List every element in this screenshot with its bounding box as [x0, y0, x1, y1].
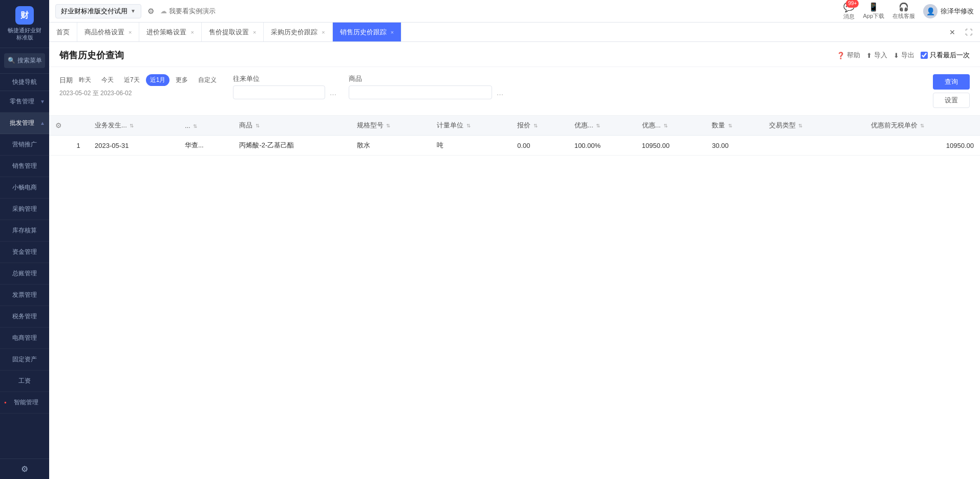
export-link[interactable]: ⬇ 导出	[893, 51, 914, 60]
sidebar-item-ecommerce-small[interactable]: 小畅电商	[0, 177, 49, 199]
search-menu-button[interactable]: 🔍 搜索菜单	[4, 53, 45, 68]
help-link[interactable]: ❓ 帮助	[837, 51, 860, 60]
version-select[interactable]: 好业财标准版交付试用 ▼	[55, 4, 141, 18]
only-last-checkbox[interactable]: 只看最后一次	[921, 51, 970, 60]
date-yesterday-btn[interactable]: 昨天	[75, 74, 95, 86]
username: 徐泽华修改	[941, 7, 974, 16]
tab-purchase-history-close[interactable]: ×	[322, 29, 325, 35]
tab-purchase-strategy-label: 进价策略设置	[146, 28, 186, 37]
col-price-label: 报价	[517, 121, 530, 129]
partner-input[interactable]	[233, 85, 325, 99]
date-today-btn[interactable]: 今天	[97, 74, 118, 86]
date-more-btn[interactable]: 更多	[172, 74, 192, 86]
sidebar-item-ecommerce-small-label: 小畅电商	[4, 183, 45, 192]
table-body: 1 2023-05-31 华查... 丙烯酸-2-乙基己酯 散水 吨 0.00 …	[49, 136, 980, 156]
tab-purchase-history[interactable]: 采购历史价跟踪 ×	[264, 23, 332, 42]
col-spec[interactable]: 规格型号 ⇅	[351, 116, 431, 136]
col-extra-label: ...	[185, 122, 190, 129]
partner-more-icon[interactable]: …	[329, 89, 336, 97]
sidebar-item-sales[interactable]: 销售管理	[0, 156, 49, 177]
sidebar-item-wholesale[interactable]: 批发管理 ▲	[0, 113, 49, 134]
sort-pretax-icon: ⇅	[920, 123, 924, 128]
message-badge: 99+	[846, 0, 859, 8]
table-gear-icon[interactable]: ⚙	[55, 121, 62, 129]
col-pretax-price[interactable]: 优惠前无税单价 ⇅	[865, 116, 980, 136]
tab-home[interactable]: 首页	[49, 23, 77, 42]
sidebar-item-accounting[interactable]: 总账管理	[0, 263, 49, 285]
sort-discount1-icon: ⇅	[596, 123, 600, 128]
sort-qty-icon: ⇅	[728, 123, 732, 128]
sort-spec-icon: ⇅	[386, 123, 390, 128]
sidebar-item-purchase-label: 采购管理	[4, 205, 45, 213]
sidebar-item-marketing[interactable]: 营销推广	[0, 134, 49, 156]
date-last7-btn[interactable]: 近7天	[120, 74, 144, 86]
tab-product-price-close[interactable]: ×	[129, 29, 132, 35]
sidebar-item-ecommerce[interactable]: 电商管理	[0, 328, 49, 349]
message-button[interactable]: 💬 99+ 消息	[843, 2, 855, 20]
settings-gear-icon[interactable]: ⚙	[21, 465, 28, 473]
col-price[interactable]: 报价 ⇅	[511, 116, 568, 136]
mobile-icon: 📱	[868, 2, 879, 12]
date-custom-btn[interactable]: 自定义	[194, 74, 221, 86]
tab-maximize-button[interactable]: ⛶	[962, 25, 976, 39]
col-qty[interactable]: 数量 ⇅	[706, 116, 762, 136]
sidebar-item-retail[interactable]: 零售管理 ▼	[0, 91, 49, 113]
col-extra[interactable]: ... ⇅	[179, 116, 233, 136]
col-discount1[interactable]: 优惠... ⇅	[568, 116, 636, 136]
col-spacer	[843, 116, 865, 136]
tab-sales-history-close[interactable]: ×	[391, 29, 394, 35]
demo-link[interactable]: ☁ 我要看实例演示	[160, 7, 216, 16]
app-download-button[interactable]: 📱 App下载	[863, 2, 884, 20]
tab-close-all-button[interactable]: ✕	[945, 25, 960, 39]
sidebar-item-finance[interactable]: 资金管理	[0, 242, 49, 263]
product-more-icon[interactable]: …	[496, 89, 503, 97]
settings-button[interactable]: 设置	[933, 93, 970, 108]
online-service-button[interactable]: 🎧 在线客服	[892, 2, 915, 20]
only-last-checkbox-input[interactable]	[921, 52, 928, 59]
sidebar-item-tax[interactable]: 税务管理	[0, 306, 49, 328]
sidebar-item-assets[interactable]: 固定资产	[0, 349, 49, 371]
col-biz-date[interactable]: 业务发生... ⇅	[89, 116, 179, 136]
page-header-actions: ❓ 帮助 ⬆ 导入 ⬇ 导出 只看最后一次	[837, 51, 970, 60]
sidebar-item-salary[interactable]: 工资	[0, 371, 49, 392]
tabbar-actions: ✕ ⛶	[945, 25, 980, 39]
app-logo: 财 畅捷通好业财标准版	[0, 0, 49, 48]
query-button[interactable]: 查询	[933, 74, 970, 90]
tab-purchase-strategy-close[interactable]: ×	[190, 29, 194, 35]
col-product[interactable]: 商品 ⇅	[233, 116, 350, 136]
col-trans-type[interactable]: 交易类型 ⇅	[763, 116, 843, 136]
tab-purchase-strategy[interactable]: 进价策略设置 ×	[139, 23, 201, 42]
partner-filter-label: 往来单位	[233, 74, 336, 83]
tab-product-price[interactable]: 商品价格设置 ×	[77, 23, 139, 42]
sidebar-item-purchase[interactable]: 采购管理	[0, 199, 49, 220]
avatar: 👤	[923, 4, 938, 18]
import-link[interactable]: ⬆ 导入	[866, 51, 887, 60]
sidebar: 财 畅捷通好业财标准版 🔍 搜索菜单 快捷导航 零售管理 ▼ 批发管理 ▲ 营销…	[0, 0, 49, 479]
col-biz-date-label: 业务发生...	[95, 121, 127, 129]
demo-label: 我要看实例演示	[169, 7, 216, 16]
sidebar-item-invoice[interactable]: 发票管理	[0, 285, 49, 306]
quick-nav-button[interactable]: 快捷导航	[0, 74, 49, 91]
col-unit[interactable]: 计量单位 ⇅	[431, 116, 511, 136]
tab-sale-price-close[interactable]: ×	[253, 29, 256, 35]
page-title: 销售历史价查询	[59, 49, 124, 61]
sort-price-icon: ⇅	[534, 123, 538, 128]
col-discount2[interactable]: 优惠... ⇅	[636, 116, 706, 136]
topbar-settings-icon[interactable]: ⚙	[147, 7, 154, 16]
table-header-row: ⚙ 业务发生... ⇅ ... ⇅ 商品 ⇅	[49, 116, 980, 136]
main-area: 好业财标准版交付试用 ▼ ⚙ ☁ 我要看实例演示 💬 99+ 消息 📱 App下…	[49, 0, 980, 479]
date-last1m-btn[interactable]: 近1月	[146, 74, 170, 86]
sidebar-item-smart[interactable]: 智能管理	[0, 392, 49, 413]
tab-sale-price[interactable]: 售价提取设置 ×	[202, 23, 264, 42]
col-spec-label: 规格型号	[357, 121, 384, 129]
tab-sales-history[interactable]: 销售历史价跟踪 ×	[333, 23, 401, 42]
sort-trans-icon: ⇅	[798, 123, 802, 128]
quick-nav-label: 快捷导航	[12, 78, 37, 85]
sidebar-item-inventory[interactable]: 库存核算	[0, 220, 49, 242]
product-input[interactable]	[349, 85, 492, 99]
export-label: 导出	[901, 51, 914, 60]
user-menu[interactable]: 👤 徐泽华修改	[923, 4, 974, 18]
only-last-label: 只看最后一次	[930, 51, 970, 60]
sidebar-item-inventory-label: 库存核算	[4, 226, 45, 235]
topbar-right: 💬 99+ 消息 📱 App下载 🎧 在线客服 👤 徐泽华修改	[843, 2, 974, 20]
